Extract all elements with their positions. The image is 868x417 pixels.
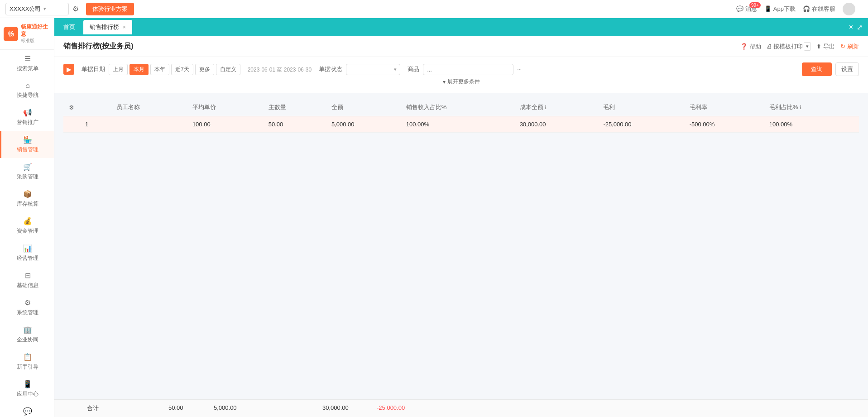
- print-icon: 🖨: [767, 43, 772, 50]
- company-name: XXXXX公司: [10, 5, 41, 13]
- col-sales-pct: 销售收入占比%: [401, 99, 514, 116]
- chevron-down-icon: ▾: [43, 6, 46, 12]
- table-header: ⚙ 员工名称 平均单价 主数量 全额 销售收入占比% 成本全额 ℹ 毛利 毛利率…: [63, 99, 859, 116]
- company-selector[interactable]: XXXXX公司 ▾: [5, 3, 69, 15]
- sales-icon: 🏪: [23, 135, 32, 144]
- row-avg-price: 100.00: [187, 116, 263, 133]
- sidebar-item-guide[interactable]: 📋 新手引导: [0, 348, 54, 375]
- top-right-actions: 💬 消息 99+ 📱 App下载 🎧 在线客服: [736, 3, 863, 15]
- goods-input[interactable]: [423, 64, 513, 75]
- purchase-icon: 🛒: [23, 163, 32, 171]
- print-chevron-icon[interactable]: ▾: [804, 42, 811, 51]
- logo-title: 畅康通好生意: [21, 24, 50, 38]
- help-button[interactable]: ❓ 帮助: [740, 43, 761, 51]
- tab-home[interactable]: 首页: [56, 18, 82, 36]
- app-icon: 📱: [23, 380, 32, 388]
- header-row: ⚙ 员工名称 平均单价 主数量 全额 销售收入占比% 成本全额 ℹ 毛利 毛利率…: [63, 99, 859, 116]
- row-qty: 50.00: [263, 116, 326, 133]
- sidebar-item-search-order[interactable]: ☰ 搜索菜单: [0, 50, 54, 77]
- goods-more-icon[interactable]: ···: [517, 66, 522, 72]
- sidebar-label: 搜索菜单: [17, 65, 38, 72]
- date-more[interactable]: 更多: [195, 64, 214, 75]
- date-filter: 单据日期 上月 本月 本年 近7天 更多 自定义: [82, 64, 240, 75]
- goods-filter: 商品 ···: [408, 64, 522, 75]
- marketing-icon: 📢: [23, 108, 32, 117]
- row-employee: [111, 116, 187, 133]
- date-7days[interactable]: 近7天: [171, 64, 193, 75]
- date-this-year[interactable]: 本年: [150, 64, 169, 75]
- footer-sales-pct: [268, 404, 322, 412]
- sidebar-item-quick-nav[interactable]: ⌂ 快捷导航: [0, 77, 54, 104]
- date-buttons: 上月 本月 本年 近7天 更多 自定义: [109, 64, 240, 75]
- tab-label: 销售排行榜: [90, 23, 119, 31]
- sidebar-item-operation[interactable]: 📊 经营管理: [0, 240, 54, 267]
- sidebar-label: 销售管理: [17, 146, 38, 153]
- window-close-icon[interactable]: ×: [849, 23, 853, 31]
- window-expand-icon[interactable]: ⤢: [857, 23, 863, 32]
- app-download-button[interactable]: 📱 App下载: [764, 5, 796, 13]
- settings-action-button[interactable]: 设置: [835, 62, 859, 76]
- sidebar-label: 快捷导航: [17, 91, 38, 99]
- page-title: 销售排行榜(按业务员): [63, 42, 134, 51]
- sidebar-item-sales[interactable]: 🏪 销售管理: [0, 131, 54, 158]
- headset-icon: 🎧: [803, 5, 810, 12]
- date-range-text: 2023-06-01 至 2023-06-30: [248, 66, 312, 74]
- sidebar-item-wechat[interactable]: 💬 企业微信: [0, 403, 54, 417]
- sidebar-item-finance[interactable]: 💰 资金管理: [0, 212, 54, 240]
- sidebar-item-marketing[interactable]: 📢 营销推广: [0, 104, 54, 131]
- cost-info-icon[interactable]: ℹ: [545, 105, 547, 110]
- footer-row: 合计 50.00 5,000.00 30,000.00 -25,000.00: [69, 404, 854, 412]
- sidebar-item-basic[interactable]: ⊟ 基础信息: [0, 267, 54, 294]
- top-bar: XXXXX公司 ▾ ⚙ 体验行业方案 💬 消息 99+ 📱 App下载 🎧 在线…: [0, 0, 868, 18]
- col-amount: 全额: [326, 99, 401, 116]
- tab-bar-right: × ⤢: [849, 23, 866, 32]
- settings-icon[interactable]: ⚙: [72, 5, 79, 13]
- filter-area: ▶ 单据日期 上月 本月 本年 近7天 更多 自定义: [54, 57, 868, 93]
- logo-area: 畅 畅康通好生意 标准版: [0, 18, 54, 50]
- row-settings: [63, 116, 80, 133]
- sidebar-item-app-center[interactable]: 📱 应用中心: [0, 375, 54, 403]
- print-button[interactable]: 🖨 按模板打印 ▾: [767, 42, 811, 51]
- status-select[interactable]: [346, 64, 400, 75]
- data-table: ⚙ 员工名称 平均单价 主数量 全额 销售收入占比% 成本全额 ℹ 毛利 毛利率…: [63, 99, 859, 133]
- sidebar-label: 基础信息: [17, 282, 38, 289]
- col-gross-rate: 毛利率: [684, 99, 764, 116]
- row-amount: 5,000.00: [326, 116, 401, 133]
- date-this-month[interactable]: 本月: [129, 64, 149, 75]
- search-icon: ☰: [24, 54, 31, 63]
- content-area: 首页 销售排行榜 × × ⤢ 销售排行榜(按业务员) ❓ 帮助: [54, 18, 868, 417]
- sidebar-item-system[interactable]: ⚙ 系统管理: [0, 294, 54, 321]
- page-content: 销售排行榜(按业务员) ❓ 帮助 🖨 按模板打印 ▾ ⬆ 导出: [54, 36, 868, 417]
- footer-amount: 5,000.00: [214, 404, 268, 412]
- page-header: 销售排行榜(按业务员) ❓ 帮助 🖨 按模板打印 ▾ ⬆ 导出: [54, 36, 868, 57]
- filter-expand-arrow[interactable]: ▶: [63, 64, 74, 75]
- col-qty: 主数量: [263, 99, 326, 116]
- sidebar-item-inventory[interactable]: 📦 库存核算: [0, 185, 54, 212]
- date-custom[interactable]: 自定义: [216, 64, 240, 75]
- query-button[interactable]: 查询: [802, 62, 832, 76]
- message-button[interactable]: 💬 消息 99+: [736, 5, 757, 13]
- status-label: 单据状态: [319, 65, 342, 73]
- trial-button[interactable]: 体验行业方案: [86, 3, 134, 15]
- export-button[interactable]: ⬆ 导出: [816, 43, 835, 51]
- col-gross: 毛利: [598, 99, 684, 116]
- date-last-month[interactable]: 上月: [109, 64, 128, 75]
- sidebar-item-enterprise[interactable]: 🏢 企业协同: [0, 321, 54, 348]
- expand-icon: ▾: [443, 79, 446, 85]
- phone-icon: 📱: [764, 5, 772, 12]
- expand-button[interactable]: ▾ 展开更多条件: [443, 78, 480, 86]
- gross-pct-info-icon[interactable]: ℹ: [800, 105, 801, 110]
- basic-icon: ⊟: [25, 271, 31, 280]
- tab-sales-ranking[interactable]: 销售排行榜 ×: [83, 20, 132, 34]
- tab-close-icon[interactable]: ×: [123, 24, 126, 30]
- row-sales-pct: 100.00%: [401, 116, 514, 133]
- refresh-button[interactable]: ↻ 刷新: [840, 43, 859, 51]
- message-icon: 💬: [736, 5, 743, 12]
- sidebar-label: 应用中心: [17, 390, 38, 398]
- page-header-actions: ❓ 帮助 🖨 按模板打印 ▾ ⬆ 导出 ↻ 刷新: [740, 42, 859, 51]
- avatar[interactable]: [843, 3, 855, 15]
- logo-subtitle: 标准版: [21, 38, 50, 44]
- sidebar-item-purchase[interactable]: 🛒 采购管理: [0, 158, 54, 185]
- refresh-icon: ↻: [840, 43, 845, 50]
- online-service-button[interactable]: 🎧 在线客服: [803, 5, 835, 13]
